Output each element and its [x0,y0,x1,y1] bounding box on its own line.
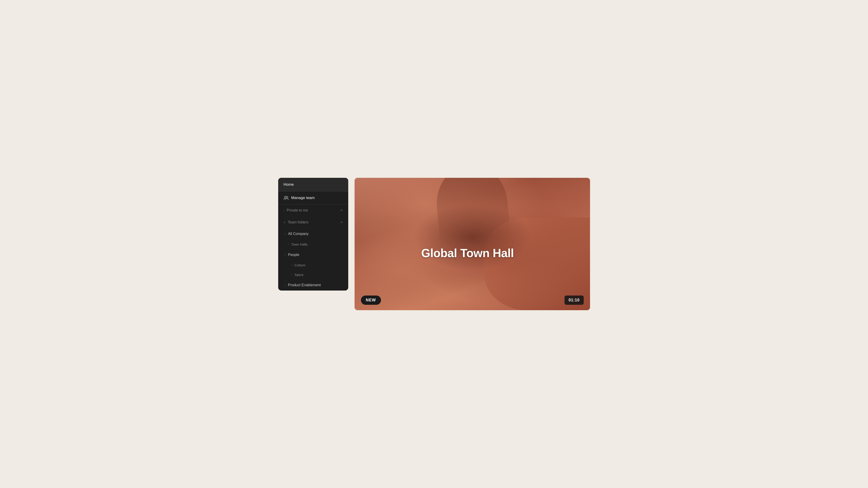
chevron-right-icon-town-halls: › [288,242,289,246]
chevron-down-icon: ∨ [284,221,286,224]
manage-team-icon [284,196,288,200]
sidebar-item-town-halls[interactable]: › Town Halls [278,239,348,250]
sidebar-item-people[interactable]: › People [278,250,348,260]
chevron-right-icon-talent: › [291,273,292,276]
app-container: Home Manage team › Private to me + [278,178,590,310]
sidebar-item-private-to-me[interactable]: › Private to me + [278,204,348,217]
sidebar-item-talent[interactable]: › Talent [278,270,348,280]
product-enablement-label: Product Enablement [288,283,321,287]
chevron-right-icon-people: › [285,253,286,256]
team-folders-label: Team folders [288,220,309,224]
people-label: People [288,253,300,257]
town-halls-label: Town Halls [291,242,308,246]
badge-duration: 01:10 [564,295,584,305]
drape-shadow [413,204,531,270]
add-team-folder-icon[interactable]: + [340,220,343,225]
all-company-label: All Company [288,232,309,236]
svg-point-0 [284,196,286,198]
main-content: Global Town Hall NEW 01:10 [354,178,590,310]
sidebar-item-all-company[interactable]: › All Company [278,228,348,239]
badge-new: NEW [361,295,381,305]
chevron-right-icon-culture: › [291,263,292,267]
video-card[interactable]: Global Town Hall NEW 01:10 [354,178,590,310]
add-private-icon[interactable]: + [340,208,343,213]
svg-point-1 [286,196,288,198]
chevron-right-icon: › [284,209,284,212]
talent-label: Talent [294,273,304,277]
sidebar-item-product-enablement[interactable]: › Product Enablement [278,280,348,291]
video-title: Global Town Hall [421,246,514,260]
sidebar-item-culture[interactable]: › Culture [278,260,348,270]
sidebar-item-team-folders[interactable]: ∨ Team folders + [278,217,348,228]
sidebar-item-manage-team[interactable]: Manage team [278,191,348,204]
manage-team-label: Manage team [291,196,315,200]
sidebar-item-home[interactable]: Home [278,178,348,191]
sidebar: Home Manage team › Private to me + [278,178,348,291]
chevron-right-icon-product: › [285,284,286,287]
private-to-me-label: Private to me [287,208,308,213]
chevron-right-icon-all-company: › [285,232,286,235]
culture-label: Culture [294,263,305,267]
